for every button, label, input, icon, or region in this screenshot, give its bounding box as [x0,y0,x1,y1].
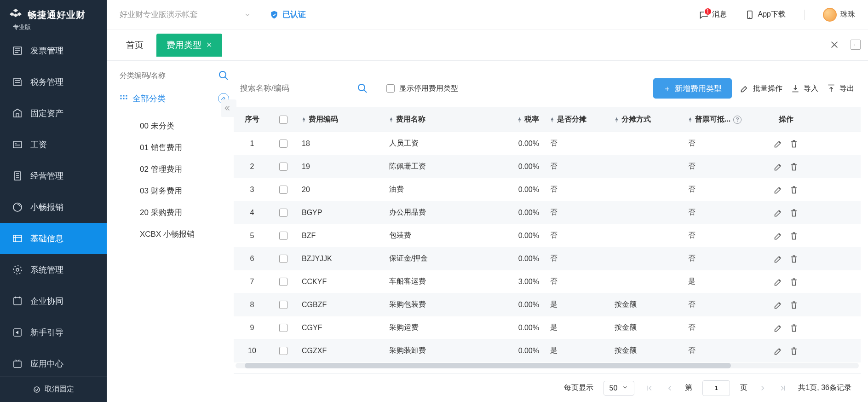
sidebar-item-label: 工资 [30,139,47,150]
delete-row-button[interactable] [789,231,799,240]
sidebar-item[interactable]: 税务管理 [0,66,107,98]
app-download-button[interactable]: App下载 [745,10,786,19]
search-icon[interactable] [357,83,368,94]
cell-name: 人员工资 [384,139,499,148]
sidebar-item[interactable]: 基础信息 [0,223,107,254]
delete-row-button[interactable] [789,346,799,355]
cell-checkbox[interactable] [270,301,296,309]
prev-page-button[interactable] [665,383,675,393]
cell-checkbox[interactable] [270,347,296,355]
edit-row-button[interactable] [774,231,783,240]
user-menu[interactable]: 珠珠 [823,8,855,22]
help-icon[interactable]: ? [733,116,742,124]
col-code[interactable]: ▲▼ 费用编码 [296,115,384,124]
sidebar-item[interactable]: 新手引导 [0,317,107,348]
cell-checkbox[interactable] [270,209,296,217]
first-page-button[interactable] [644,383,655,393]
col-deductible[interactable]: ▲▼ 普票可抵... ? [683,115,761,124]
col-rate[interactable]: ▲▼ 税率 [499,115,545,124]
fullscreen-button[interactable] [851,40,861,50]
col-name[interactable]: ▲▼ 费用名称 [384,115,499,124]
sidebar-item[interactable]: 发票管理 [0,35,107,66]
cell-code: CGYF [296,324,384,332]
delete-row-button[interactable] [789,185,799,194]
account-set-select[interactable]: 好业财专业版演示帐套 [120,9,251,20]
table-search-input[interactable] [240,84,351,93]
cell-allocatable: 否 [545,231,609,240]
sidebar-item[interactable]: 工资 [0,129,107,160]
edit-row-button[interactable] [774,277,783,286]
nav-icon [12,202,23,213]
category-item[interactable]: 00 未分类 [140,115,229,137]
edit-icon [740,84,749,93]
tab[interactable]: 费用类型✕ [156,34,222,57]
category-item[interactable]: 02 管理费用 [140,158,229,180]
edit-row-button[interactable] [774,208,783,217]
edit-row-button[interactable] [774,323,783,332]
batch-ops-button[interactable]: 批量操作 [740,84,782,93]
col-checkbox[interactable] [270,116,296,124]
edit-row-button[interactable] [774,254,783,263]
cell-code: 20 [296,186,384,194]
cell-checkbox[interactable] [270,232,296,240]
delete-row-button[interactable] [789,323,799,332]
tab[interactable]: 首页 [116,34,154,57]
delete-row-button[interactable] [789,300,799,309]
col-method[interactable]: ▲▼ 分摊方式 [609,115,683,124]
delete-row-button[interactable] [789,277,799,286]
unpin-button[interactable]: 取消固定 [0,376,107,402]
pin-icon [33,385,41,394]
cell-checkbox[interactable] [270,186,296,194]
col-allocatable[interactable]: ▲▼ 是否分摊 [545,115,609,124]
cell-checkbox[interactable] [270,163,296,171]
category-item[interactable]: 03 财务费用 [140,180,229,202]
delete-row-button[interactable] [789,208,799,217]
add-expense-type-button[interactable]: ＋ 新增费用类型 [653,78,732,99]
delete-row-button[interactable] [789,162,799,171]
search-icon[interactable] [218,70,229,81]
sidebar-item[interactable]: 固定资产 [0,98,107,129]
show-disabled-checkbox[interactable]: 显示停用费用类型 [386,84,458,93]
sidebar-item[interactable]: 经营管理 [0,160,107,192]
category-search-input[interactable] [120,71,212,80]
last-page-button[interactable] [778,383,788,393]
export-button[interactable]: 导出 [827,84,854,93]
import-button[interactable]: 导入 [791,84,818,93]
next-page-button[interactable] [758,383,768,393]
sidebar-item-label: 系统管理 [30,264,63,275]
edit-row-button[interactable] [774,139,783,148]
chevron-down-icon [622,384,628,392]
cell-checkbox[interactable] [270,140,296,148]
nav-icon [12,170,23,181]
delete-row-button[interactable] [789,254,799,263]
collapse-category-panel[interactable] [221,99,236,117]
messages-button[interactable]: 1 消息 [699,10,727,19]
cell-checkbox[interactable] [270,278,296,286]
table-row: 9CGYF采购运费0.00%是按金额否 [234,316,861,339]
edit-row-button[interactable] [774,300,783,309]
close-icon[interactable]: ✕ [206,41,212,49]
category-item[interactable]: 01 销售费用 [140,137,229,158]
cell-name: 陈佩珊工资 [384,162,499,171]
per-page-select[interactable]: 50 [604,381,635,396]
category-item[interactable]: XCBX 小畅报销 [140,223,229,245]
horizontal-scrollbar[interactable] [234,362,861,369]
cell-checkbox[interactable] [270,324,296,332]
delete-row-button[interactable] [789,139,799,148]
col-index[interactable]: 序号 [234,115,270,124]
close-all-tabs[interactable] [829,40,839,52]
sidebar-item[interactable]: 应用中心 [0,348,107,376]
edit-row-button[interactable] [774,162,783,171]
sidebar-item[interactable]: 系统管理 [0,254,107,285]
tab-label: 费用类型 [167,39,201,51]
category-root[interactable]: 全部分类 [120,87,229,110]
cell-deductible: 否 [683,185,761,194]
sidebar-item[interactable]: 企业协同 [0,285,107,317]
page-input[interactable] [702,380,730,396]
edit-row-button[interactable] [774,346,783,355]
unpin-label: 取消固定 [45,385,74,394]
category-item[interactable]: 20 采购费用 [140,202,229,223]
cell-checkbox[interactable] [270,255,296,263]
sidebar-item[interactable]: 小畅报销 [0,192,107,223]
edit-row-button[interactable] [774,185,783,194]
